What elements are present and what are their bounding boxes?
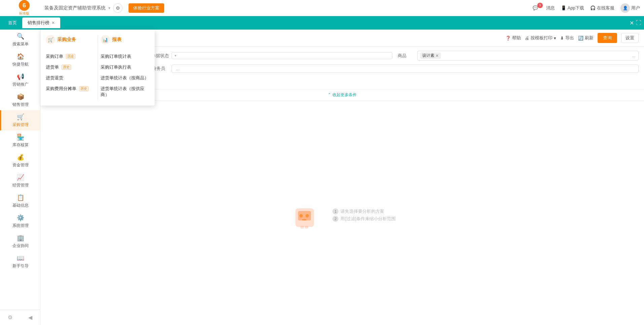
basic-icon: 📋 [17, 194, 24, 201]
sidebar-sales-label: 销售管理 [12, 102, 29, 108]
enterprise-icon: 🏢 [17, 234, 24, 242]
empty-illustration [289, 198, 322, 232]
settings-icon[interactable]: ⚙ [8, 314, 12, 321]
operation-icon: 📈 [17, 174, 24, 181]
sidebar-item-sales[interactable]: 📦 销售管理 [0, 90, 40, 110]
history-tag-expense: 历史 [79, 86, 88, 91]
guide-icon: 📖 [17, 254, 24, 262]
dropdown-item-order-exec[interactable]: 采购订单执行表 [101, 62, 150, 73]
tab-close-all-icon[interactable]: ✕ [630, 20, 634, 26]
refresh-button[interactable]: 🔄 刷新 [578, 35, 594, 41]
dropdown-item-purchase-order[interactable]: 采购订单 历史 [46, 51, 95, 62]
app-download-label: App下载 [568, 5, 584, 11]
dropdown-columns: 🛒 采购业务 采购订单 历史 进货单 历史 进货退货 [46, 35, 149, 100]
collapse-sidebar-icon[interactable]: ◀ [28, 314, 32, 321]
app-download-item[interactable]: 📱 App下载 [561, 5, 584, 11]
sidebar-finance-label: 资金管理 [12, 162, 29, 168]
gear-button[interactable]: ⚙ [113, 3, 122, 13]
sidebar-item-marketing[interactable]: 📢 营销推广 [0, 70, 40, 90]
service-label: 在线客服 [597, 5, 614, 11]
query-button[interactable]: 查询 [598, 33, 617, 43]
salesperson-input[interactable]: ... [172, 65, 639, 73]
purchase-col-title-text: 采购业务 [57, 37, 76, 43]
sidebar-quick-nav-label: 快捷导航 [12, 62, 29, 67]
inventory-icon: 🏪 [17, 133, 24, 141]
search-icon: 🔍 [17, 33, 24, 40]
service-icon: 🎧 [590, 5, 596, 10]
sidebar-bottom: ⚙ ◀ [0, 310, 40, 325]
system-name: 装备及固定资产辅助管理系统 [44, 5, 106, 11]
dropdown-col-divider [98, 35, 98, 100]
marketing-icon: 📢 [17, 73, 24, 80]
sidebar-inventory-label: 库存核算 [12, 142, 29, 148]
help-icon: ❓ [505, 36, 511, 41]
svg-rect-4 [302, 219, 306, 220]
goods-more-dots[interactable]: ... [632, 53, 636, 58]
top-right-area: 💬 9 消息 📱 App下载 🎧 在线客服 👤 用户 [533, 3, 640, 13]
salesperson-dots[interactable]: ... [176, 66, 180, 71]
sidebar-system-label: 系统管理 [12, 223, 29, 229]
tab-close-icon[interactable]: ✕ [51, 21, 55, 25]
sidebar-item-purchase[interactable]: 🛒 采购管理 [0, 110, 40, 130]
status-input[interactable]: ▾ [172, 52, 392, 59]
dropdown-item-stock-in[interactable]: 进货单 历史 [46, 62, 95, 73]
goods-filter: 商品 设计素 ✕ ... [398, 51, 639, 60]
sidebar-item-search[interactable]: 🔍 搜索菜单 [0, 30, 40, 50]
empty-content: 1 请先选择要分析的方案 2 用[过滤]条件来缩小分析范围 [289, 198, 395, 232]
print-arrow-icon: ▾ [554, 36, 556, 41]
export-label: 导出 [565, 35, 574, 41]
goods-label: 商品 [398, 53, 415, 59]
export-button[interactable]: ⬇ 导出 [560, 35, 574, 41]
sidebar-item-finance[interactable]: 💰 资金管理 [0, 151, 40, 171]
tab-bar-right: ✕ ⛶ [630, 20, 641, 26]
settings-button[interactable]: 设置 [621, 33, 639, 43]
dropdown-item-goods-stats[interactable]: 进货单统计表（按商品） [101, 73, 150, 83]
sidebar-item-quick-nav[interactable]: 🏠 快捷导航 [0, 50, 40, 70]
hint-text-2: 用[过滤]条件来缩小分析范围 [341, 216, 395, 222]
tab-home[interactable]: 首页 [3, 17, 22, 28]
purchase-col-icon: 🛒 [46, 35, 55, 44]
print-button[interactable]: 🖨 按模板打印 ▾ [525, 35, 556, 41]
sidebar-item-basic[interactable]: 📋 基础信息 [0, 191, 40, 211]
empty-svg [289, 198, 322, 232]
sidebar-basic-label: 基础信息 [12, 203, 29, 208]
goods-tag: 设计素 ✕ [420, 52, 441, 59]
report-col-title: 📊 报表 [101, 35, 150, 47]
empty-hint-1: 1 请先选择要分析的方案 [332, 208, 395, 214]
goods-tag-close[interactable]: ✕ [435, 53, 439, 58]
sidebar-marketing-label: 营销推广 [12, 82, 29, 87]
sidebar-item-inventory[interactable]: 🏪 库存核算 [0, 130, 40, 151]
industry-button[interactable]: 体验行业方案 [129, 3, 164, 13]
sidebar-item-guide[interactable]: 📖 新手引导 [0, 251, 40, 272]
sidebar-item-enterprise[interactable]: 🏢 企业协同 [0, 231, 40, 251]
avatar: 👤 [620, 3, 630, 13]
tab-sales-rank[interactable]: 销售排行榜 ✕ [22, 17, 60, 28]
sidebar-item-operation[interactable]: 📈 经营管理 [0, 171, 40, 191]
user-label: 用户 [631, 5, 640, 11]
sidebar-item-system[interactable]: ⚙️ 系统管理 [0, 211, 40, 231]
tab-bar: 首页 销售排行榜 ✕ ✕ ⛶ [0, 16, 644, 30]
purchase-icon: 🛒 [17, 113, 24, 121]
sidebar-purchase-label: 采购管理 [12, 122, 29, 128]
help-button[interactable]: ❓ 帮助 [505, 35, 521, 41]
purchase-col-title: 🛒 采购业务 [46, 35, 95, 47]
print-label: 按模板打印 [531, 35, 552, 41]
svg-rect-6 [305, 226, 308, 229]
user-item[interactable]: 👤 用户 [620, 3, 640, 13]
dropdown-item-order-stats[interactable]: 采购订单统计表 [101, 51, 150, 62]
message-badge: 9 [537, 3, 543, 8]
dropdown-item-stock-return[interactable]: 进货退货 [46, 73, 95, 83]
dropdown-item-expense[interactable]: 采购费用分摊单 历史 [46, 83, 95, 94]
tab-home-label: 首页 [8, 20, 17, 26]
dropdown-item-supplier-stats[interactable]: 进货单统计表（按供应商） [101, 83, 150, 100]
sales-icon: 📦 [17, 93, 24, 100]
system-title-area: 装备及固定资产辅助管理系统 ▾ ⚙ 体验行业方案 [44, 3, 533, 13]
tab-maximize-icon[interactable]: ⛶ [636, 20, 641, 26]
status-arrow: ▾ [175, 54, 176, 57]
online-service-item[interactable]: 🎧 在线客服 [590, 5, 614, 11]
goods-input[interactable]: 设计素 ✕ ... [417, 51, 639, 60]
dropdown-arrow-icon[interactable]: ▾ [108, 6, 110, 10]
hint-num-1: 1 [332, 208, 338, 214]
sidebar-search-label: 搜索菜单 [12, 41, 29, 47]
message-item[interactable]: 💬 9 消息 [533, 5, 555, 11]
